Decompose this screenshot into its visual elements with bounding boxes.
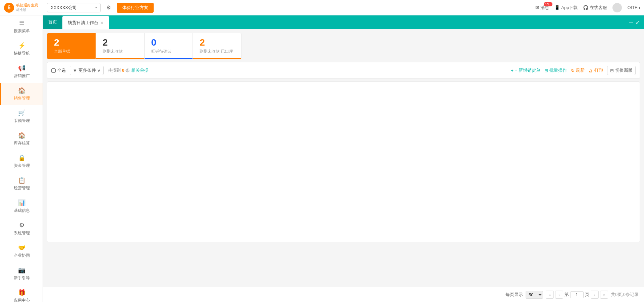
system-icon: ⚙ <box>19 222 24 229</box>
logo-text: 畅捷通好生意 <box>16 3 38 7</box>
message-button[interactable]: ✉ 消息 99+ <box>535 5 549 11</box>
add-btn-label: + 新增销货单 <box>515 67 540 73</box>
sidebar-item-search-menu[interactable]: ☰ 搜索菜单 <box>0 15 43 38</box>
per-page-select[interactable]: 50 20 100 <box>526 291 543 299</box>
sidebar-item-operation[interactable]: 📋 经营管理 <box>0 173 43 195</box>
stat-card-underline-unshipped <box>193 58 241 59</box>
quick-nav-icon: ⚡ <box>18 42 25 49</box>
select-all-input[interactable] <box>51 68 56 73</box>
sidebar-item-purchase[interactable]: 🛒 采购管理 <box>0 105 43 128</box>
refresh-icon: ↻ <box>571 68 575 73</box>
company-name: XXXXXX公司 <box>51 5 77 11</box>
headset-icon: 🎧 <box>583 5 588 10</box>
switch-btn-label: 切换新版 <box>615 67 633 73</box>
sidebar-label-guide: 新手引导 <box>14 275 30 281</box>
tab-bar: 首页 钱货日清工作台 ✕ ─ ⤢ <box>43 15 644 29</box>
sidebar-label-system: 系统管理 <box>14 230 30 236</box>
stat-label-overdue-unpaid: 到期未收款 <box>103 49 138 54</box>
stat-card-overdue-unshipped[interactable]: 2 到期未收款 已出库 <box>193 33 241 59</box>
header-right: ✉ 消息 99+ 📱 App下载 🎧 在线客服 OfTEn <box>535 3 640 12</box>
company-selector[interactable]: XXXXXX公司 ▾ <box>47 3 101 12</box>
tab-home[interactable]: 首页 <box>43 15 62 29</box>
settings-button[interactable]: ⚙ <box>103 2 114 13</box>
stat-label-wangpu: 旺铺待确认 <box>151 49 186 54</box>
app-download-label: App下载 <box>561 5 578 11</box>
add-sales-order-button[interactable]: + + 新增销货单 <box>511 67 540 73</box>
sidebar-label-quick-nav: 快捷导航 <box>14 51 30 56</box>
pagination: 每页显示 50 20 100 « ‹ 第 页 › » 共0页,0条记录 <box>43 287 644 302</box>
page-label-post: 页 <box>585 292 589 298</box>
chevron-down-icon: ▾ <box>95 6 97 9</box>
sidebar-label-operation: 经营管理 <box>14 185 30 191</box>
filter-button[interactable]: ▼ 更多条件 ∨ <box>70 66 104 75</box>
logo-area: 6 畅捷通好生意 标准版 <box>4 3 47 13</box>
batch-icon: ⊞ <box>544 68 548 73</box>
stat-card-wangpu[interactable]: 0 旺铺待确认 <box>145 33 193 59</box>
sidebar-item-sales[interactable]: 🏠 销售管理 <box>0 83 43 105</box>
logo-badge: 标准版 <box>16 8 38 12</box>
operation-icon: 📋 <box>18 177 25 184</box>
app-download-button[interactable]: 📱 App下载 <box>554 5 578 11</box>
inventory-icon: 🏠 <box>18 132 25 139</box>
refresh-button[interactable]: ↻ 刷新 <box>571 67 585 73</box>
sidebar-item-basic-info[interactable]: 📊 基础信息 <box>0 195 43 218</box>
sidebar-item-system[interactable]: ⚙ 系统管理 <box>0 218 43 240</box>
batch-operation-button[interactable]: ⊞ 批量操作 <box>544 67 567 73</box>
stat-card-underline-overdue <box>96 58 144 59</box>
found-unit: 条 <box>125 68 130 73</box>
stat-card-underline-wangpu <box>145 58 193 59</box>
sidebar-item-app-center[interactable]: 🎁 应用中心 <box>0 285 43 302</box>
page-label-pre: 第 <box>565 292 569 298</box>
batch-btn-label: 批量操作 <box>549 67 567 73</box>
sidebar-label-cooperation: 企业协同 <box>14 253 30 258</box>
toolbar-right: + + 新增销货单 ⊞ 批量操作 ↻ 刷新 🖨 打印 ⊟ 切换新版 <box>511 66 636 75</box>
stat-number-overdue-unpaid: 2 <box>103 38 138 47</box>
page-first-button[interactable]: « <box>546 291 554 299</box>
guide-icon: 📷 <box>18 266 25 274</box>
switch-version-button[interactable]: ⊟ 切换新版 <box>607 66 636 75</box>
page-input[interactable] <box>570 291 584 298</box>
sidebar-item-inventory[interactable]: 🏠 库存核算 <box>0 128 43 150</box>
stat-card-overdue-unpaid[interactable]: 2 到期未收款 <box>96 33 145 59</box>
page-next-button[interactable]: › <box>591 291 599 299</box>
sales-icon: 🏠 <box>18 87 25 94</box>
finance-icon: 🔒 <box>18 154 25 162</box>
online-service-button[interactable]: 🎧 在线客服 <box>583 5 607 11</box>
refresh-btn-label: 刷新 <box>576 67 585 73</box>
sidebar-item-quick-nav[interactable]: ⚡ 快捷导航 <box>0 38 43 60</box>
toolbar: 全选 ▼ 更多条件 ∨ 共找到 0 条 相关单据 + + 新增销货单 ⊞ 批量操… <box>47 62 640 79</box>
toolbar-left: 全选 ▼ 更多条件 ∨ 共找到 0 条 相关单据 <box>51 66 149 75</box>
filter-btn-label: 更多条件 <box>78 67 96 73</box>
stat-card-all[interactable]: 2 全部单据 <box>47 33 96 59</box>
tab-bar-expand-icon[interactable]: ⤢ <box>636 19 640 25</box>
app-center-icon: 🎁 <box>18 289 25 296</box>
stats-cards: 2 全部单据 2 到期未收款 0 旺铺待确认 2 到期未收款 已出库 <box>47 33 241 59</box>
sidebar-item-marketing[interactable]: 📢 营销推广 <box>0 60 43 83</box>
table-area <box>47 81 640 242</box>
sidebar-label-marketing: 营销推广 <box>14 73 30 79</box>
tab-close-icon[interactable]: ✕ <box>100 20 104 25</box>
main-content: 2 全部单据 2 到期未收款 0 旺铺待确认 2 到期未收款 已出库 <box>43 29 644 302</box>
sidebar-item-cooperation[interactable]: 🤝 企业协同 <box>0 240 43 262</box>
avatar[interactable] <box>612 3 622 12</box>
message-icon: ✉ <box>535 5 539 10</box>
trial-button[interactable]: 体验行业方案 <box>117 3 154 13</box>
phone-icon: 📱 <box>554 5 560 10</box>
top-header: 6 畅捷通好生意 标准版 XXXXXX公司 ▾ ⚙ 体验行业方案 ✉ 消息 99… <box>0 0 644 15</box>
total-text: 共0页,0条记录 <box>611 292 639 298</box>
select-all-label: 全选 <box>57 67 66 73</box>
tab-bar-minimize-icon[interactable]: ─ <box>629 19 633 25</box>
select-all-checkbox[interactable]: 全选 <box>51 67 66 73</box>
page-last-button[interactable]: » <box>600 291 608 299</box>
print-btn-label: 打印 <box>594 67 603 73</box>
filter-icon: ▼ <box>73 68 77 73</box>
page-prev-button[interactable]: ‹ <box>555 291 563 299</box>
sidebar-item-guide[interactable]: 📷 新手引导 <box>0 262 43 285</box>
found-link[interactable]: 相关单据 <box>131 68 149 73</box>
tab-cash-flow[interactable]: 钱货日清工作台 ✕ <box>62 16 109 29</box>
marketing-icon: 📢 <box>18 64 25 72</box>
print-button[interactable]: 🖨 打印 <box>589 67 603 73</box>
sidebar-item-finance[interactable]: 🔒 资金管理 <box>0 150 43 173</box>
logo-icon: 6 <box>4 3 14 13</box>
switch-icon: ⊟ <box>610 68 614 73</box>
